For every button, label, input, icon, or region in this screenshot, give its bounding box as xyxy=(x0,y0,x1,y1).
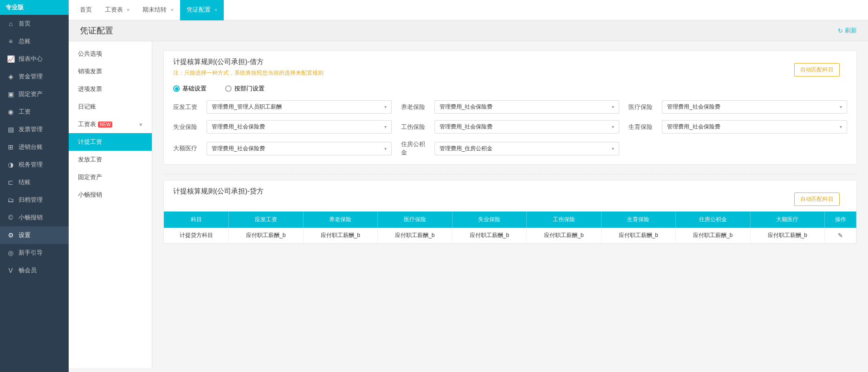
select-zhufang-arrow: ▾ xyxy=(612,146,614,151)
tab-home-label: 首页 xyxy=(80,6,92,14)
select-zhufang-value: 管理费用_住房公积金 xyxy=(440,145,493,153)
sidebar-item-label: 进销台账 xyxy=(19,143,43,151)
sidebar-item-tax[interactable]: ◑ 税务管理 xyxy=(0,156,69,173)
radio-basic-circle xyxy=(173,85,180,92)
col-header-yingfa: 应发工资 xyxy=(229,212,304,228)
section1-auto-match-button[interactable]: 自动匹配科目 xyxy=(794,63,840,77)
sidebar-item-reports[interactable]: 📈 报表中心 xyxy=(0,50,69,68)
app-title: 专业版 xyxy=(0,0,69,15)
radio-dept-circle xyxy=(225,85,232,92)
inventory-icon: ⊞ xyxy=(6,143,15,151)
sidebar-item-settings[interactable]: ⚙ 设置 xyxy=(0,226,69,244)
form-row-daeliao: 大额医疗 管理费用_社会保险费 ▾ xyxy=(173,140,392,157)
col-header-action: 操作 xyxy=(825,212,856,228)
select-daeliao[interactable]: 管理费用_社会保险费 ▾ xyxy=(207,142,392,155)
content-layout: 公共选项 销项发票 进项发票 日记账 工资表 NEW ▾ 计提工资 xyxy=(69,41,868,368)
left-nav-salary-sheet[interactable]: 工资表 NEW ▾ xyxy=(69,115,152,133)
label-yingfa: 应发工资 xyxy=(173,103,203,111)
left-nav: 公共选项 销项发票 进项发票 日记账 工资表 NEW ▾ 计提工资 xyxy=(69,41,152,368)
select-gongshang[interactable]: 管理费用_社会保险费 ▾ xyxy=(434,120,620,134)
tab-bar: 首页 工资表 × 期末结转 × 凭证配置 × xyxy=(69,0,868,20)
left-nav-payroll-label: 计提工资 xyxy=(78,138,102,146)
tab-salary-sheet[interactable]: 工资表 × xyxy=(98,0,136,20)
sidebar-item-assets[interactable]: ▣ 固定资产 xyxy=(0,85,69,103)
cell-gongshang: 应付职工薪酬_b xyxy=(527,228,602,244)
col-header-shiye: 失业保险 xyxy=(452,212,527,228)
form-row-yanglao: 养老保险 管理费用_社会保险费 ▾ xyxy=(401,100,620,114)
select-yingfa[interactable]: 管理费用_管理人员职工薪酬 ▾ xyxy=(207,100,392,114)
sidebar-item-xiaochang[interactable]: © 小畅报销 xyxy=(0,209,69,226)
select-shengyu[interactable]: 管理费用_社会保险费 ▾ xyxy=(662,120,847,134)
edit-icon[interactable]: ✎ xyxy=(838,232,843,239)
sidebar-item-invoices[interactable]: ▤ 发票管理 xyxy=(0,121,69,138)
sidebar-item-closing[interactable]: ⊏ 结账 xyxy=(0,173,69,191)
sidebar-item-label: 固定资产 xyxy=(19,90,43,98)
cell-zhufang: 应付职工薪酬_b xyxy=(676,228,751,244)
section2-auto-match-button[interactable]: 自动匹配科目 xyxy=(794,192,840,206)
col-header-subject: 科目 xyxy=(164,212,229,228)
col-header-yiliao: 医疗保险 xyxy=(378,212,453,228)
select-yiliao[interactable]: 管理费用_社会保险费 ▾ xyxy=(662,100,847,114)
left-nav-purchase-invoice[interactable]: 进项发票 xyxy=(69,80,152,98)
tab-voucher-config-label: 凭证配置 xyxy=(187,6,211,14)
left-nav-fixed-assets[interactable]: 固定资产 xyxy=(69,168,152,186)
radio-dept-setting[interactable]: 按部门设置 xyxy=(225,84,265,93)
left-nav-salary-sheet-label: 工资表 xyxy=(78,120,96,128)
label-yanglao: 养老保险 xyxy=(401,103,431,111)
form-grid: 应发工资 管理费用_管理人员职工薪酬 ▾ 养老保险 管理费用_社会保险费 xyxy=(173,100,847,157)
radio-dept-label: 按部门设置 xyxy=(234,84,265,93)
select-shengyu-arrow: ▾ xyxy=(840,124,842,129)
cell-daeliao: 应付职工薪酬_b xyxy=(750,228,825,244)
left-nav-salary-payment[interactable]: 发放工资 xyxy=(69,151,152,168)
reports-icon: 📈 xyxy=(6,55,15,63)
sidebar-item-label: 结账 xyxy=(19,178,31,186)
left-nav-journal[interactable]: 日记账 xyxy=(69,98,152,115)
tab-period-close[interactable]: 期末结转 × xyxy=(136,0,180,20)
left-nav-public-label: 公共选项 xyxy=(78,50,102,58)
sidebar-item-label: 归档管理 xyxy=(19,196,43,204)
cell-shiye: 应付职工薪酬_b xyxy=(452,228,527,244)
select-shiye[interactable]: 管理费用_社会保险费 ▾ xyxy=(207,120,392,134)
select-daeliao-arrow: ▾ xyxy=(384,146,387,151)
sidebar-item-ledger[interactable]: ≡ 总账 xyxy=(0,32,69,50)
select-yanglao[interactable]: 管理费用_社会保险费 ▾ xyxy=(434,100,620,114)
sidebar-item-label: 设置 xyxy=(19,231,31,239)
left-nav-sales-invoice[interactable]: 销项发票 xyxy=(69,63,152,80)
section1-top-row: 计提核算规则(公司承担)-借方 注：只能选择一种方式，系统将按照您当前的选择来配… xyxy=(164,51,856,77)
select-zhufang[interactable]: 管理费用_住房公积金 ▾ xyxy=(434,142,620,155)
form-row-shiye: 失业保险 管理费用_社会保险费 ▾ xyxy=(173,120,392,134)
cell-action[interactable]: ✎ xyxy=(825,228,856,244)
ledger-icon: ≡ xyxy=(6,38,15,45)
sidebar-item-archive[interactable]: 🗂 归档管理 xyxy=(0,191,69,209)
tab-period-close-close[interactable]: × xyxy=(170,7,173,13)
sidebar-item-label: 报表中心 xyxy=(19,55,43,63)
section2-body: 科目 应发工资 养老保险 医疗保险 失业保险 工伤保险 生育保险 住房公积金 大… xyxy=(164,206,856,244)
sidebar-item-label: 小畅报销 xyxy=(19,213,43,222)
left-nav-xiaochang-expense[interactable]: 小畅报销 xyxy=(69,186,152,204)
sidebar-item-label: 畅会员 xyxy=(19,266,37,275)
tab-voucher-config[interactable]: 凭证配置 × xyxy=(180,0,224,20)
left-nav-public[interactable]: 公共选项 xyxy=(69,45,152,63)
sidebar-item-inventory[interactable]: ⊞ 进销台账 xyxy=(0,138,69,156)
section1-note: 注：只能选择一种方式，系统将按照您当前的选择来配置规则 xyxy=(173,69,324,77)
table-header-row: 科目 应发工资 养老保险 医疗保险 失业保险 工伤保险 生育保险 住房公积金 大… xyxy=(164,212,856,228)
select-gongshang-arrow: ▾ xyxy=(612,124,614,129)
sidebar-item-guide[interactable]: ◎ 新手引导 xyxy=(0,244,69,262)
form-row-yingfa: 应发工资 管理费用_管理人员职工薪酬 ▾ xyxy=(173,100,392,114)
radio-basic-setting[interactable]: 基础设置 xyxy=(173,84,207,93)
sidebar-item-funds[interactable]: ◈ 资金管理 xyxy=(0,68,69,85)
left-nav-payment-label: 发放工资 xyxy=(78,155,102,164)
radio-basic-label: 基础设置 xyxy=(182,84,207,93)
select-yiliao-value: 管理费用_社会保险费 xyxy=(667,103,720,111)
sidebar-item-vip[interactable]: V 畅会员 xyxy=(0,262,69,279)
invoices-icon: ▤ xyxy=(6,126,15,133)
sidebar-item-home[interactable]: ⌂ 首页 xyxy=(0,15,69,32)
tab-salary-sheet-close[interactable]: × xyxy=(127,7,130,13)
refresh-button[interactable]: ↻ 刷新 xyxy=(838,26,857,35)
tab-voucher-config-close[interactable]: × xyxy=(214,7,217,13)
tab-home[interactable]: 首页 xyxy=(73,0,98,20)
sidebar-item-salary[interactable]: ◉ 工资 xyxy=(0,103,69,121)
sidebar-item-label: 资金管理 xyxy=(19,72,43,81)
left-nav-payroll-accrual[interactable]: 计提工资 xyxy=(69,133,152,151)
tab-period-close-label: 期末结转 xyxy=(143,6,167,14)
